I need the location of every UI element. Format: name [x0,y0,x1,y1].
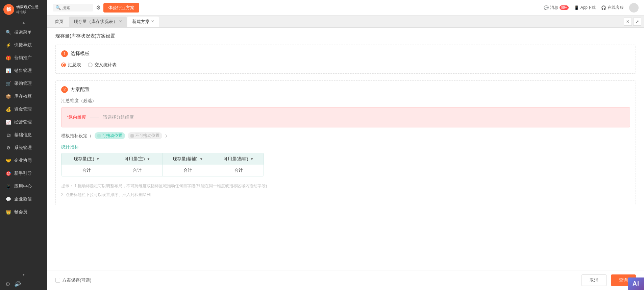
stats-col-1-header[interactable]: 可用量(主) ▼ [112,153,163,165]
chevron-down-icon-3: ▼ [250,157,254,161]
gear-icon[interactable]: ⚙ [96,4,101,11]
stats-table: 现存量(主) ▼ 可用量(主) ▼ 现存量(基辅) ▼ 可用量(基辅) [61,153,264,176]
sidebar-item-finance[interactable]: 💰 资金管理 [0,103,47,116]
dimension-row: *纵向维度 —— 请选择分组维度 [67,114,624,120]
footer: 方案保存(可选) 取消 查询 [47,270,644,290]
section1-header: 1 选择模板 [61,50,630,57]
headset-icon: 🎧 [601,5,606,10]
save-checkbox-row[interactable]: 方案保存(可选) [55,277,92,283]
dimension-placeholder: 请选择分组维度 [103,114,134,120]
topbar-search-box[interactable]: 🔍 [53,4,93,11]
panel-close-btn[interactable]: ✕ [624,18,632,26]
trial-btn[interactable]: 体验行业方案 [103,3,139,13]
app-download-icon: 📱 [574,5,579,10]
sidebar-nav: 🔍 搜索菜单 ⚡ 快捷导航 🎁 营销推广 📊 销售管理 🛒 采购管理 📦 库存核… [0,26,47,271]
topbar: 🔍 ⚙ 体验行业方案 💬 消息 99+ 📱 App下载 🎧 在线客服 [47,0,644,16]
sidebar-logo: 畅 畅康通好生意 标准版 [0,0,47,19]
draggable-badge: 可拖动位置 [95,132,125,139]
sidebar-item-inventory[interactable]: 📦 库存核算 [0,90,47,103]
sales-icon: 📊 [5,68,11,74]
radio-crosstab-circle [88,63,93,67]
section2-header: 2 方案配置 [61,86,630,93]
stats-title: 统计指标 [61,144,630,150]
template-options: 汇总表 交叉统计表 [61,62,630,68]
sidebar-item-member[interactable]: 👑 畅会员 [0,206,47,218]
search-icon: 🔍 [55,5,61,10]
sidebar-item-marketing[interactable]: 🎁 营销推广 [0,51,47,64]
messages-badge: 99+ [560,5,569,10]
dimension-sublabel: 汇总维度（必选） [61,98,630,104]
sidebar-item-search[interactable]: 🔍 搜索菜单 [0,26,47,39]
tab-new-plan[interactable]: 新建方案 ✕ [127,17,159,27]
sidebar-bottom: ⚙ 🔊 [0,278,47,290]
save-checkbox[interactable] [55,278,60,283]
radio-summary-circle [61,63,66,67]
app-download-btn[interactable]: 📱 App下载 [574,5,596,10]
dimension-divider: —— [90,115,99,120]
search-input[interactable] [62,5,89,10]
non-draggable-badge: 不可拖动位置 [128,132,162,139]
purchase-icon: 🛒 [5,80,11,87]
avatar[interactable] [629,3,639,13]
marketing-icon: 🎁 [5,55,11,61]
quicknav-icon: ⚡ [5,42,11,48]
radio-summary-table[interactable]: 汇总表 [61,62,81,68]
sidebar-item-newbie[interactable]: 🎯 新手引导 [0,167,47,180]
tab-inventory-close-icon[interactable]: ✕ [119,19,122,24]
app-logo-text: 畅康通好生意 标准版 [16,4,39,14]
radio-crosstab[interactable]: 交叉统计表 [88,62,117,68]
sidebar-scroll-up[interactable]: ▲ [0,19,47,26]
member-icon: 👑 [5,209,11,215]
stats-data-row: 合计 合计 合计 合计 [61,165,264,176]
sidebar-item-enterprise[interactable]: 🤝 企业协同 [0,154,47,167]
indicator-settings-label: 模板指标设定（ 可拖动位置 不可拖动位置 ） [61,132,630,139]
chevron-down-icon-1: ▼ [147,157,150,161]
newbie-icon: 🎯 [5,170,11,176]
ai-badge[interactable]: Ai [628,277,644,290]
stats-cell-3: 合计 [213,165,264,176]
dimension-area[interactable]: *纵向维度 —— 请选择分组维度 [61,107,630,127]
operations-icon: 📈 [5,119,11,125]
settings-icon[interactable]: ⚙ [5,281,10,287]
stats-section: 统计指标 现存量(主) ▼ 可用量(主) ▼ 现存量(基辅) [61,144,630,176]
panel-expand-btn[interactable]: ⤢ [633,18,641,26]
system-icon: ⚙ [5,145,11,151]
stats-cell-0: 合计 [61,165,112,176]
sidebar-item-purchase[interactable]: 🛒 采购管理 [0,77,47,90]
sidebar-item-wechat[interactable]: 💬 企业微信 [0,193,47,206]
enterprise-icon: 🤝 [5,158,11,164]
tabs-bar: 首页 现存量（库存状况表） ✕ 新建方案 ✕ ✕ ⤢ [47,16,644,28]
online-service-btn[interactable]: 🎧 在线客服 [601,5,624,10]
volume-icon[interactable]: 🔊 [14,281,21,287]
finance-icon: 💰 [5,106,11,112]
messages-btn[interactable]: 💬 消息 99+ [544,5,569,10]
apps-icon: 📱 [5,183,11,189]
topbar-right: 💬 消息 99+ 📱 App下载 🎧 在线客服 [544,3,639,13]
cancel-button[interactable]: 取消 [581,274,607,286]
tips-section: 提示： 1.拖动标题栏可以调整布局，不可跨维度或指标区域拖动任何目字段(只能在同… [61,182,630,199]
inventory-icon: 📦 [5,93,11,99]
section2-title: 方案配置 [71,87,90,93]
stats-col-2-header[interactable]: 现存量(基辅) ▼ [163,153,214,165]
chevron-down-icon-0: ▼ [96,157,100,161]
tab-inventory-status[interactable]: 现存量（库存状况表） ✕ [69,17,127,27]
dimension-required-label: *纵向维度 [67,114,86,120]
stats-cell-2: 合计 [163,165,214,176]
section-template: 1 选择模板 汇总表 交叉统计表 [55,45,636,74]
tab-new-plan-close-icon[interactable]: ✕ [151,19,154,24]
stats-col-3-header[interactable]: 可用量(基辅) ▼ [213,153,264,165]
stats-col-0-header[interactable]: 现存量(主) ▼ [61,153,112,165]
sidebar-item-operations[interactable]: 📈 经营管理 [0,116,47,128]
page-title: 现存量(库存状况表)方案设置 [55,33,636,39]
tab-home[interactable]: 首页 [50,17,68,27]
section-plan-config: 2 方案配置 汇总维度（必选） *纵向维度 —— 请选择分组维度 模板指标设定（ [55,80,636,205]
main-content: 现存量(库存状况表)方案设置 1 选择模板 汇总表 交叉统计表 2 [47,28,644,270]
sidebar-item-sales[interactable]: 📊 销售管理 [0,64,47,77]
chevron-down-icon-2: ▼ [200,157,203,161]
sidebar-item-basic[interactable]: 🗂 基础信息 [0,128,47,141]
sidebar-item-quicknav[interactable]: ⚡ 快捷导航 [0,39,47,51]
sidebar-scroll-down[interactable]: ▼ [0,271,47,278]
sidebar-item-apps[interactable]: 📱 应用中心 [0,180,47,193]
sidebar-item-system[interactable]: ⚙ 系统管理 [0,141,47,154]
stats-header-row: 现存量(主) ▼ 可用量(主) ▼ 现存量(基辅) ▼ 可用量(基辅) [61,153,264,165]
